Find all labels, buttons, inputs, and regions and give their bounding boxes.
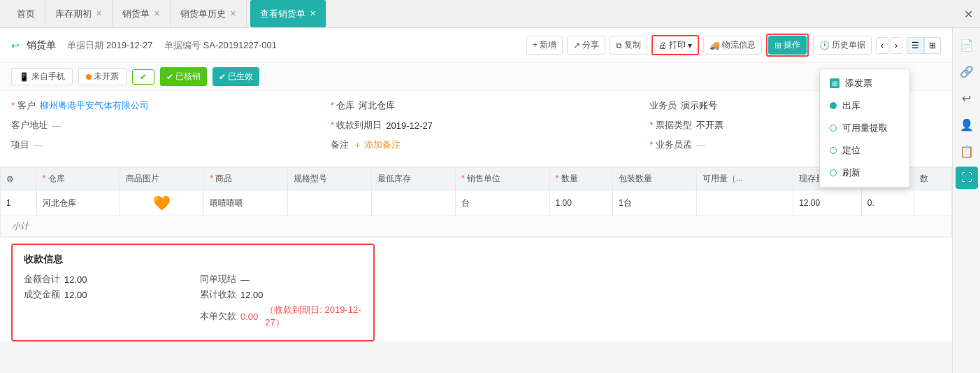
form-row-1: 客户 柳州粤港平安气体有限公司 仓库 河北仓库 业务员 演示账号	[11, 99, 941, 112]
tab-home[interactable]: 首页	[7, 0, 45, 27]
staff-label: 业务员	[649, 99, 677, 112]
row-image: 🧡	[120, 190, 204, 216]
col-settings[interactable]: ⚙	[1, 168, 37, 190]
tab-inventory-close[interactable]: ✕	[96, 9, 102, 18]
share-label: 分享	[582, 39, 599, 51]
print-icon: 🖨	[658, 41, 667, 50]
amount-total-value: 12.00	[64, 274, 87, 285]
print-dropdown-arrow: ▾	[688, 41, 692, 50]
tab-home-label: 首页	[17, 8, 35, 20]
salesperson-value: —	[696, 140, 752, 150]
tab-inventory-label: 库存期初	[55, 8, 92, 20]
main-content: ↩ 销货单 单据日期 2019-12-27 单据编号 SA-20191227-0…	[0, 28, 952, 342]
operation-dropdown: ⊞ 添发票 出库 可用量提取 定位 刷新	[819, 69, 910, 188]
cumulative-value: 12.00	[240, 290, 264, 300]
locate-label: 定位	[842, 144, 860, 157]
form-row-3: 项目 — 备注 ＋ 添加备注 业务员孟 —	[11, 139, 941, 151]
pick-qty-label: 可用量提取	[842, 122, 888, 134]
add-label: + 新增	[533, 39, 556, 51]
nav-arrows: ‹ ›	[876, 37, 902, 54]
share-button[interactable]: ↗ 分享	[567, 36, 605, 55]
salesperson-label: 业务员孟	[649, 139, 692, 151]
toolbar: + 新增 ↗ 分享 ⧉ 复制 🖨 打印 ▾ 🚚 物流信息	[526, 34, 941, 57]
phone-icon: 📱	[19, 72, 29, 82]
doc-header-left: ↩ 销货单 单据日期 2019-12-27 单据编号 SA-20191227-0…	[11, 39, 277, 52]
due-date-value: 2019-12-27	[386, 120, 442, 131]
window-close-button[interactable]: ✕	[964, 7, 973, 20]
col-image: 商品图片	[120, 168, 204, 190]
menu-outbound[interactable]: 出库	[820, 94, 909, 117]
add-button[interactable]: + 新增	[526, 36, 563, 55]
table-body: 1 河北仓库 🧡 嘻嘻嘻嘻 台 1.00 1台 12.00 0.	[1, 190, 952, 237]
ticket-value: 不开票	[696, 119, 752, 132]
grid-view-button[interactable]: ⊞	[924, 37, 941, 54]
logistics-button[interactable]: 🚚 物流信息	[703, 36, 762, 55]
menu-add-invoice[interactable]: ⊞ 添发票	[820, 72, 909, 94]
tab-sales-label: 销货单	[122, 8, 150, 20]
already-effective-button[interactable]: ✔ 已生效	[212, 67, 259, 86]
next-button[interactable]: ›	[890, 37, 902, 54]
tab-sales-history[interactable]: 销货单历史 ✕	[171, 0, 247, 27]
tab-sales-close[interactable]: ✕	[154, 9, 160, 18]
sidebar-icon-link[interactable]: 🔗	[956, 60, 978, 83]
menu-pick-qty[interactable]: 可用量提取	[820, 117, 909, 139]
row-avail-qty	[696, 190, 793, 216]
menu-locate[interactable]: 定位	[820, 139, 909, 162]
tab-sales-order[interactable]: 销货单 ✕	[113, 0, 171, 27]
sidebar-icon-expand[interactable]: ⛶	[956, 167, 978, 189]
deal-amount-label: 成交金额	[24, 288, 60, 301]
sidebar-icon-clipboard[interactable]: 📋	[956, 140, 978, 162]
history-icon: 🕐	[819, 41, 830, 50]
settings-icon[interactable]: ⚙	[6, 174, 14, 184]
doc-title-area: ↩ 销货单	[11, 39, 56, 52]
confirm-button[interactable]: ✔	[132, 69, 154, 85]
doc-type-icon: ↩	[11, 40, 20, 51]
not-open-button[interactable]: 未开票	[78, 68, 127, 85]
prev-button[interactable]: ‹	[876, 37, 888, 54]
sidebar-icon-doc[interactable]: 📄	[956, 34, 978, 56]
col-min-stock: 最低库存	[372, 168, 456, 190]
from-phone-button[interactable]: 📱 来自手机	[11, 68, 73, 85]
doc-title: 销货单	[27, 39, 56, 52]
table-row: 1 河北仓库 🧡 嘻嘻嘻嘻 台 1.00 1台 12.00 0.	[1, 190, 952, 216]
row-warehouse: 河北仓库	[36, 190, 120, 216]
tab-history-close[interactable]: ✕	[230, 9, 236, 18]
menu-refresh[interactable]: 刷新	[820, 162, 909, 184]
form-fields: 客户 柳州粤港平安气体有限公司 仓库 河北仓库 业务员 演示账号 客户地址 —	[0, 91, 952, 167]
warehouse-value: 河北仓库	[359, 99, 415, 112]
project-field: 项目 —	[11, 139, 303, 151]
copy-icon: ⧉	[616, 41, 622, 50]
operation-button[interactable]: ⊞ 操作	[768, 36, 807, 55]
locate-icon	[830, 147, 837, 154]
copy-button[interactable]: ⧉ 复制	[610, 36, 647, 55]
row-pack-qty: 1台	[612, 190, 696, 216]
sidebar-icon-user[interactable]: 👤	[956, 113, 978, 136]
warehouse-field: 仓库 河北仓库	[331, 99, 622, 112]
sidebar-icon-undo[interactable]: ↩	[956, 87, 978, 109]
balance-label: 本单欠款	[200, 310, 236, 323]
staff-value: 演示账号	[681, 99, 737, 112]
customer-field: 客户 柳州粤港平安气体有限公司	[11, 99, 303, 112]
refresh-icon	[830, 169, 837, 176]
col-avail-qty: 可用量（...	[696, 168, 793, 190]
payment-right: 同单现结 — 累计收款 12.00 本单欠款 0.00 （收款到期日: 2019…	[200, 273, 362, 332]
tab-inventory-init[interactable]: 库存期初 ✕	[45, 0, 113, 27]
col-pack-qty: 包装数量	[612, 168, 696, 190]
list-view-button[interactable]: ☰	[907, 37, 924, 54]
row-price: 0.	[861, 190, 914, 216]
col-unit: 销售单位	[455, 168, 549, 190]
print-button[interactable]: 🖨 打印 ▾	[651, 35, 699, 55]
already-verified-button[interactable]: ✔ 已核销	[160, 67, 207, 86]
note-add-btn[interactable]: ＋ 添加备注	[353, 139, 409, 151]
amount-total-label: 金额合计	[24, 273, 60, 286]
subtotal-label: 小计	[1, 216, 952, 237]
tab-view-sales[interactable]: 查看销货单 ✕	[250, 0, 326, 27]
pick-qty-icon	[830, 125, 837, 132]
outbound-icon	[830, 102, 837, 109]
payment-grid: 金额合计 12.00 成交金额 12.00 同单现结 — 累计收款	[24, 273, 362, 332]
history-button[interactable]: 🕐 历史单据	[813, 36, 872, 55]
due-date-label: 收款到期日	[331, 119, 382, 132]
customer-value[interactable]: 柳州粤港平安气体有限公司	[40, 99, 149, 112]
tab-view-close[interactable]: ✕	[310, 9, 316, 18]
note-label: 备注	[331, 139, 349, 151]
